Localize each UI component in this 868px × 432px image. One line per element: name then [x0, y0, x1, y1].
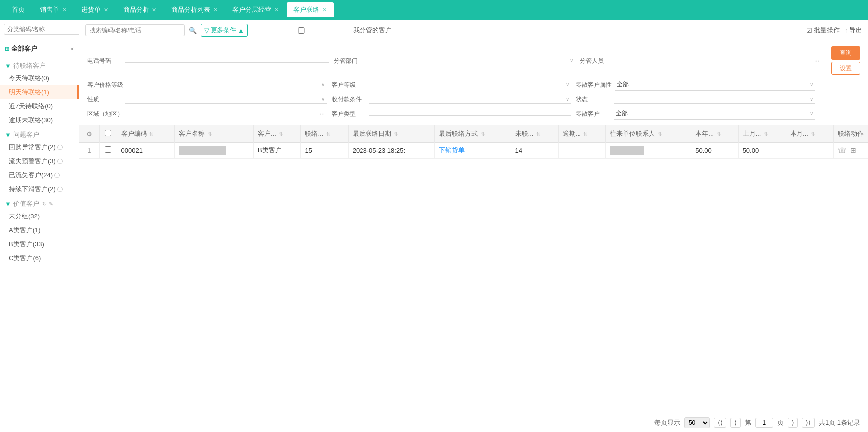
- sort-icon-this-year[interactable]: ⇅: [717, 131, 721, 137]
- gender-wrap[interactable]: ∨: [125, 95, 327, 104]
- nav-close-analysis-list[interactable]: ✕: [213, 7, 217, 13]
- sidebar-item-class-a[interactable]: A类客户(1): [0, 223, 79, 237]
- sort-icon-contact-person[interactable]: ⇅: [658, 131, 662, 137]
- sort-icon-last-month[interactable]: ⇅: [764, 131, 768, 137]
- grid-action-icon[interactable]: ⊞: [850, 146, 856, 154]
- sort-icon-name[interactable]: ⇅: [208, 131, 212, 137]
- sort-icon-overdue[interactable]: ⇅: [583, 131, 587, 137]
- sidebar-item-tomorrow[interactable]: 明天待联络(1): [0, 85, 79, 99]
- payment-wrap[interactable]: ∨: [369, 95, 571, 104]
- sort-icon-contact[interactable]: ⇅: [326, 131, 330, 137]
- first-page-btn[interactable]: ⟨⟨: [714, 418, 726, 428]
- sidebar-item-class-b[interactable]: B类客户(33): [0, 237, 79, 251]
- gear-icon[interactable]: ⚙: [86, 130, 92, 138]
- row-checkbox-cell[interactable]: [99, 143, 117, 159]
- sidebar-group-value-label[interactable]: ▼ 价值客户 ↻ ✎: [0, 196, 79, 210]
- row-contact-person: ████: [606, 143, 691, 159]
- sort-icon-no-contact[interactable]: ⇅: [536, 131, 540, 137]
- my-customers-check[interactable]: [252, 27, 351, 34]
- last-method-link[interactable]: 下销货单: [439, 146, 465, 154]
- sidebar-collapse-icon[interactable]: «: [71, 45, 74, 52]
- retail-customer-wrap[interactable]: 全部 ∨: [614, 108, 815, 120]
- col-check[interactable]: [99, 125, 117, 143]
- nav-item-analysis[interactable]: 商品分析 ✕: [116, 2, 163, 17]
- region-wrap[interactable]: ···: [126, 109, 327, 119]
- edit-icon-value[interactable]: ✎: [49, 201, 53, 207]
- sidebar-item-7days[interactable]: 近7天待联络(0): [0, 99, 79, 113]
- customers-table: ⚙ 客户编码 ⇅ 客户名称 ⇅: [79, 125, 868, 159]
- sidebar-item-overdue[interactable]: 逾期未联络(30): [0, 113, 79, 127]
- page-size-select[interactable]: 50 100 200: [684, 417, 710, 428]
- all-customers-header[interactable]: ⊞ 全部客户 «: [0, 41, 79, 56]
- nav-close-purchase[interactable]: ✕: [104, 7, 108, 13]
- current-page-input[interactable]: [755, 418, 773, 428]
- nav-item-sales[interactable]: 销售单 ✕: [33, 2, 73, 17]
- my-customers-checkbox[interactable]: 我分管的客户: [252, 26, 392, 35]
- more-conditions-btn[interactable]: ▽ 更多条件 ▲: [201, 24, 248, 37]
- row-last-date: 2023-05-23 18:25:: [348, 143, 434, 159]
- retail-attr-label: 零散客户属性: [576, 81, 612, 89]
- content-area: 🔍 ▽ 更多条件 ▲ 我分管的客户 ☑ 批量操作 ↑ 导出: [79, 20, 868, 432]
- sidebar-group-problem-label[interactable]: ▼ 问题客户: [0, 127, 79, 141]
- sort-icon-code[interactable]: ⇅: [149, 131, 153, 137]
- sidebar-group-pending: ▼ 待联络客户 今天待联络(0) 明天待联络(1) 近7天待联络(0) 逾期未联…: [0, 58, 79, 127]
- setting-button[interactable]: 设置: [831, 62, 860, 75]
- table-row: 1 000021 ██████ B类客户 15 2023-05-23 18:25…: [79, 143, 868, 159]
- sidebar-item-today[interactable]: 今天待联络(0): [0, 72, 79, 85]
- export-icon: ↑: [845, 27, 848, 34]
- dept-select-wrap[interactable]: ∨: [371, 56, 575, 65]
- sidebar-item-repurchase-abnormal[interactable]: 回购异常客户(2) ⓘ: [0, 141, 79, 154]
- nav-close-customer-contact[interactable]: ✕: [322, 7, 327, 13]
- sidebar-search-input[interactable]: [4, 24, 79, 35]
- next-page-btn[interactable]: ⟩: [788, 418, 798, 428]
- info-icon-declining: ⓘ: [57, 186, 63, 192]
- person-dots: ···: [814, 57, 819, 64]
- col-gear[interactable]: ⚙: [79, 125, 99, 143]
- nav-item-home[interactable]: 首页: [5, 2, 32, 17]
- nav-item-customer-contact[interactable]: 客户联络 ✕: [287, 2, 334, 17]
- row-last-method[interactable]: 下销货单: [435, 143, 511, 159]
- search-input[interactable]: [85, 24, 185, 36]
- sort-icon-last-date[interactable]: ⇅: [394, 131, 398, 137]
- batch-op-btn[interactable]: ☑ 批量操作: [806, 26, 840, 35]
- export-btn[interactable]: ↑ 导出: [845, 26, 863, 35]
- sidebar-item-ungrouped[interactable]: 未分组(32): [0, 210, 79, 223]
- sidebar-group-value: ▼ 价值客户 ↻ ✎ 未分组(32) A类客户(1) B类客户(33) C类客户…: [0, 196, 79, 265]
- refresh-icon-value[interactable]: ↻: [42, 201, 47, 207]
- status-wrap[interactable]: ∨: [614, 95, 815, 104]
- query-button[interactable]: 查询: [831, 46, 860, 60]
- nav-item-customer-tier[interactable]: 客户分层经营 ✕: [225, 2, 286, 17]
- nav-close-customer-tier[interactable]: ✕: [274, 7, 279, 13]
- top-navigation: 首页 销售单 ✕ 进货单 ✕ 商品分析 ✕ 商品分析列表 ✕ 客户分层经营 ✕ …: [0, 0, 868, 20]
- nav-item-purchase[interactable]: 进货单 ✕: [74, 2, 115, 17]
- prev-page-btn[interactable]: ⟨: [730, 418, 741, 428]
- col-no-contact: 未联... ⇅: [511, 125, 558, 143]
- filter-region: 区域（地区） ···: [87, 109, 327, 119]
- filter-customer-type: 客户类型: [332, 110, 571, 118]
- nav-close-sales[interactable]: ✕: [62, 7, 67, 13]
- sort-icon-type[interactable]: ⇅: [279, 131, 283, 137]
- sidebar-group-pending-label[interactable]: ▼ 待联络客户: [0, 58, 79, 72]
- nav-close-analysis[interactable]: ✕: [152, 7, 156, 13]
- sidebar-item-declining[interactable]: 持续下滑客户(2) ⓘ: [0, 182, 79, 196]
- sidebar-item-churn-warning[interactable]: 流失预警客户(3) ⓘ: [0, 154, 79, 168]
- row-checkbox[interactable]: [105, 146, 111, 153]
- sort-icon-last-method[interactable]: ⇅: [481, 131, 485, 137]
- search-icon[interactable]: 🔍: [189, 27, 197, 34]
- phone-input-wrap[interactable]: [125, 59, 329, 63]
- phone-action-icon[interactable]: ☏: [838, 146, 847, 154]
- status-chevron: ∨: [810, 96, 813, 102]
- person-select-wrap[interactable]: ···: [618, 56, 821, 66]
- nav-item-analysis-list[interactable]: 商品分析列表 ✕: [164, 2, 224, 17]
- customer-type-wrap[interactable]: [369, 112, 571, 116]
- status-label: 状态: [576, 95, 611, 104]
- retail-attr-wrap[interactable]: 全部 ∨: [615, 79, 815, 91]
- last-page-btn[interactable]: ⟩⟩: [802, 418, 815, 428]
- customer-price-chevron: ∨: [321, 82, 325, 87]
- sort-icon-this-month[interactable]: ⇅: [811, 131, 815, 137]
- customer-level-wrap[interactable]: ∨: [369, 80, 571, 89]
- customer-price-wrap[interactable]: ∨: [126, 80, 327, 89]
- sidebar-item-churned[interactable]: 已流失客户(24) ⓘ: [0, 168, 79, 182]
- sidebar-item-class-c[interactable]: C类客户(6): [0, 251, 79, 265]
- select-all-checkbox[interactable]: [105, 130, 111, 136]
